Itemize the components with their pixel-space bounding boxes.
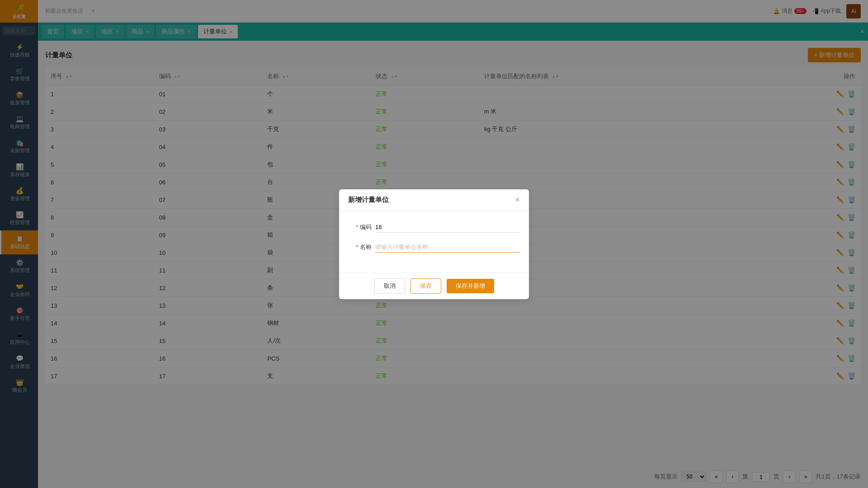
- name-label: * 名称: [348, 243, 375, 251]
- save-button[interactable]: 保存: [410, 278, 441, 294]
- form-row-name: * 名称: [348, 242, 520, 253]
- name-label-text: 名称: [360, 244, 372, 250]
- modal-overlay: 新增计量单位 × * 编码 * 名称 取消 保存 保存并新增: [0, 0, 868, 488]
- modal-body: * 编码 * 名称: [339, 211, 529, 272]
- cancel-button[interactable]: 取消: [374, 278, 405, 294]
- name-input[interactable]: [375, 242, 520, 253]
- modal-header: 新增计量单位 ×: [339, 189, 529, 211]
- save-and-new-button[interactable]: 保存并新增: [447, 279, 494, 293]
- modal-close-btn[interactable]: ×: [515, 196, 520, 204]
- form-row-code: * 编码: [348, 222, 520, 233]
- modal-footer: 取消 保存 保存并新增: [339, 272, 529, 299]
- modal-title: 新增计量单位: [348, 196, 389, 204]
- code-required-star: *: [356, 224, 358, 230]
- code-label-text: 编码: [360, 224, 372, 230]
- code-input[interactable]: [375, 222, 520, 233]
- add-unit-modal: 新增计量单位 × * 编码 * 名称 取消 保存 保存并新增: [339, 189, 529, 299]
- name-required-star: *: [356, 244, 358, 250]
- code-label: * 编码: [348, 223, 375, 231]
